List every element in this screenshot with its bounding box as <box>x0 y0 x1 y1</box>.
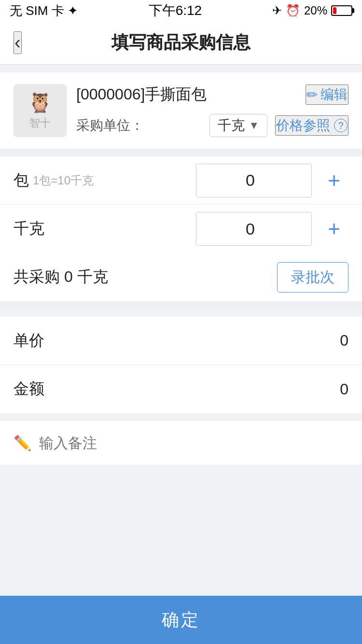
batch-button[interactable]: 录批次 <box>277 262 348 293</box>
location-icon: ✈ <box>272 4 282 17</box>
product-info: [0000006]手撕面包 ✏ 编辑 采购单位： 千克 ▼ 价格参照 ? <box>76 84 348 137</box>
total-unit: 千克 <box>77 268 108 285</box>
divider-1 <box>0 149 362 156</box>
total-label: 共采购 0 千克 <box>14 266 108 288</box>
alarm-icon: ⏰ <box>286 4 300 17</box>
bag-plus-button[interactable]: + <box>320 166 348 195</box>
total-row: 共采购 0 千克 录批次 <box>0 253 362 301</box>
notes-section: ✏️ <box>0 421 362 465</box>
dropdown-arrow-icon: ▼ <box>249 119 259 132</box>
price-section: 单价 0 金额 0 <box>0 317 362 413</box>
amount-value: 0 <box>340 380 348 398</box>
edit-label: 编辑 <box>320 85 348 104</box>
pencil-icon: ✏️ <box>14 434 31 451</box>
kg-row: 千克 + <box>0 205 362 253</box>
header: ‹ 填写商品采购信息 <box>0 21 362 65</box>
unit-selector[interactable]: 千克 ▼ <box>209 114 267 137</box>
unit-price-value: 0 <box>340 332 348 350</box>
divider-2 <box>0 301 362 309</box>
battery-text: 20% <box>304 4 327 17</box>
edit-icon: ✏ <box>306 87 318 103</box>
bag-label: 包 <box>14 170 29 191</box>
kg-plus-button[interactable]: + <box>320 214 348 243</box>
unit-price-row: 单价 0 <box>0 317 362 365</box>
unit-value: 千克 <box>218 116 245 135</box>
status-right: ✈ ⏰ 20% <box>272 4 352 17</box>
status-left: 无 SIM 卡 ✦ <box>10 2 78 19</box>
amount-label: 金额 <box>14 378 44 400</box>
edit-button[interactable]: ✏ 编辑 <box>306 84 348 105</box>
price-ref-label: 价格参照 <box>276 116 330 135</box>
product-card: 🦉 智十 [0000006]手撕面包 ✏ 编辑 采购单位： 千克 ▼ 价格参照 … <box>0 72 362 149</box>
notes-input[interactable] <box>39 435 348 451</box>
status-time: 下午6:12 <box>149 1 202 20</box>
page-title: 填写商品采购信息 <box>111 31 251 55</box>
unit-price-label: 单价 <box>14 330 44 351</box>
info-icon: ? <box>334 119 348 132</box>
product-name: [0000006]手撕面包 <box>76 84 207 105</box>
product-thumb-label: 智十 <box>29 116 51 130</box>
purchase-unit-label: 采购单位： <box>76 116 144 135</box>
battery-icon <box>331 5 352 16</box>
price-ref-button[interactable]: 价格参照 ? <box>275 115 348 136</box>
bag-row: 包 1包=10千克 + <box>0 156 362 205</box>
amount-row: 金额 0 <box>0 365 362 413</box>
product-thumb-icon: 🦉 <box>28 91 52 114</box>
back-button[interactable]: ‹ <box>14 31 22 54</box>
kg-quantity-input[interactable] <box>196 212 312 246</box>
empty-content-area <box>0 465 362 581</box>
kg-label: 千克 <box>14 218 44 239</box>
status-bar: 无 SIM 卡 ✦ 下午6:12 ✈ ⏰ 20% <box>0 0 362 21</box>
bag-unit-label: 1包=10千克 <box>33 173 94 188</box>
confirm-button[interactable]: 确定 <box>0 596 362 644</box>
quantity-form-section: 包 1包=10千克 + 千克 + <box>0 156 362 253</box>
product-thumbnail: 🦉 智十 <box>14 84 67 137</box>
bag-quantity-input[interactable] <box>196 164 312 197</box>
total-value: 0 <box>64 268 73 285</box>
sim-status: 无 SIM 卡 ✦ <box>10 2 78 19</box>
